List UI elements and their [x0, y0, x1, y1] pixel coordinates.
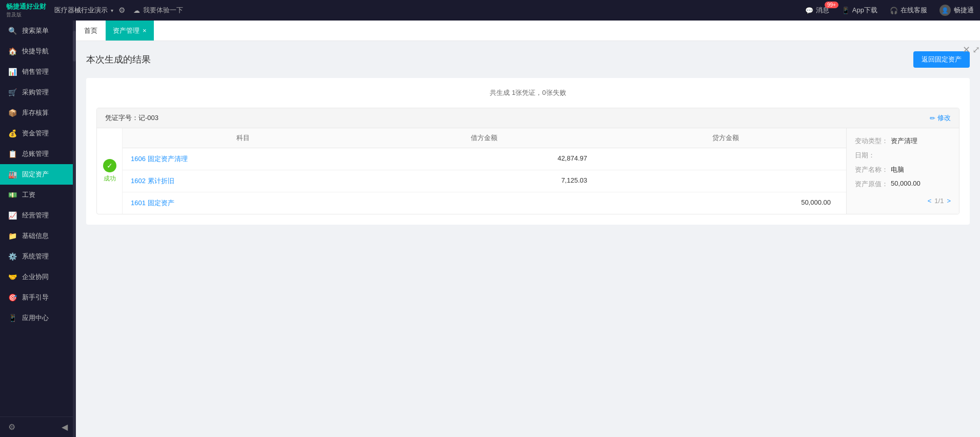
dropdown-arrow-icon: ▾ [111, 8, 113, 13]
avatar: 👤 [939, 5, 951, 16]
sidebar-item-basic-info[interactable]: 📁 基础信息 [0, 226, 76, 246]
side-change-type: 变动类型： 资产清理 [855, 136, 951, 146]
company-selector[interactable]: 医疗器械行业演示 ▾ ⚙ [54, 6, 125, 15]
side-asset-value: 资产原值： 50,000.00 [855, 180, 951, 189]
panel-top-controls: ✕ ⤢ [963, 45, 980, 54]
pagination-info: 1/1 [934, 197, 944, 205]
sidebar-item-search[interactable]: 🔍 搜索菜单 [0, 21, 76, 41]
sidebar-item-business[interactable]: 📈 经营管理 [0, 205, 76, 226]
message-btn[interactable]: 💬 消息 99+ [805, 6, 829, 15]
debit-cell-2: 7,125.03 [359, 170, 603, 192]
credit-cell-1 [603, 148, 846, 170]
edit-button[interactable]: ✏ 修改 [930, 113, 951, 123]
guide-icon: 🎯 [8, 293, 17, 302]
sidebar-item-label: 应用中心 [22, 313, 49, 323]
sidebar-item-app-center[interactable]: 📱 应用中心 [0, 308, 76, 328]
date-label: 日期： [855, 151, 891, 160]
tab-asset-management[interactable]: 资产管理 × [106, 21, 154, 41]
voucher-header: 凭证字号：记-003 ✏ 修改 [97, 108, 959, 128]
success-label: 成功 [104, 174, 116, 183]
return-button[interactable]: 返回固定资产 [913, 51, 970, 68]
asset-name-label: 资产名称： [855, 165, 891, 174]
payroll-icon: 💵 [8, 191, 17, 199]
basic-info-icon: 📁 [8, 232, 17, 240]
message-badge: 99+ [825, 2, 838, 8]
asset-value-value: 50,000.00 [891, 180, 921, 189]
sidebar-item-sales[interactable]: 📊 销售管理 [0, 62, 76, 82]
close-panel-btn[interactable]: ✕ [963, 45, 970, 54]
collapse-icon[interactable]: ◀ [62, 422, 68, 432]
username: 畅捷通 [954, 6, 974, 15]
ledger-icon: 📋 [8, 150, 17, 158]
sidebar-item-finance[interactable]: 💰 资金管理 [0, 123, 76, 144]
debit-cell-3 [359, 192, 603, 214]
debit-cell-1: 42,874.97 [359, 148, 603, 170]
side-pagination: < 1/1 > [855, 197, 951, 205]
app-icon: 📱 [842, 7, 850, 14]
app-download-btn[interactable]: 📱 App下载 [842, 6, 877, 15]
subject-cell-1: 1606 固定资产清理 [123, 148, 359, 170]
change-type-value: 资产清理 [891, 136, 917, 146]
voucher-body: ✓ 成功 科目 借方金额 贷方金额 [97, 128, 959, 214]
sidebar-item-label: 库存核算 [22, 108, 49, 117]
voucher-card: 凭证字号：记-003 ✏ 修改 ✓ 成功 [96, 108, 959, 214]
sidebar-item-label: 总账管理 [22, 149, 49, 158]
sidebar-item-payroll[interactable]: 💵 工资 [0, 185, 76, 205]
credit-cell-2 [603, 170, 846, 192]
voucher-side-panel: 变动类型： 资产清理 日期： 资产名称： 电脑 [846, 128, 959, 214]
expand-panel-btn[interactable]: ⤢ [972, 45, 980, 54]
page-title-row: 本次生成的结果 返回固定资产 [86, 51, 970, 68]
sidebar-item-purchase[interactable]: 🛒 采购管理 [0, 82, 76, 103]
sidebar-bottom: ⚙ ◀ [0, 416, 76, 437]
system-icon: ⚙️ [8, 252, 17, 261]
fixed-assets-icon: 🏭 [8, 170, 17, 178]
finance-icon: 💰 [8, 129, 17, 137]
app-download-label: App下载 [852, 6, 877, 15]
credit-cell-3: 50,000.00 [603, 192, 846, 214]
sidebar-item-label: 工资 [22, 190, 35, 200]
app-center-icon: 📱 [8, 314, 17, 322]
sidebar-item-inventory[interactable]: 📦 库存核算 [0, 103, 76, 123]
settings-icon[interactable]: ⚙ [118, 6, 125, 15]
online-service-label: 在线客服 [901, 6, 927, 15]
next-page-btn[interactable]: > [947, 197, 951, 205]
sidebar-item-fixed-assets[interactable]: 🏭 固定资产 [0, 164, 76, 185]
tab-home[interactable]: 首页 [76, 21, 106, 41]
side-date: 日期： [855, 151, 951, 160]
sidebar-item-cooperation[interactable]: 🤝 企业协同 [0, 267, 76, 287]
headset-icon: 🎧 [890, 7, 898, 14]
message-icon: 💬 [805, 7, 813, 14]
edit-icon: ✏ [930, 114, 935, 122]
asset-name-value: 电脑 [891, 165, 904, 174]
prev-page-btn[interactable]: < [928, 197, 932, 205]
experience-btn[interactable]: ☁ 我要体验一下 [133, 6, 183, 15]
tab-close-icon[interactable]: × [143, 27, 147, 34]
sidebar-item-system[interactable]: ⚙️ 系统管理 [0, 246, 76, 267]
cloud-icon: ☁ [133, 7, 140, 14]
col-header-debit: 借方金额 [364, 128, 605, 148]
experience-label: 我要体验一下 [143, 6, 183, 15]
sidebar-item-label: 系统管理 [22, 252, 49, 261]
business-icon: 📈 [8, 211, 17, 220]
side-asset-name: 资产名称： 电脑 [855, 165, 951, 174]
voucher-number: 凭证字号：记-003 [105, 113, 158, 123]
success-icon: ✓ [103, 159, 116, 172]
sidebar-item-ledger[interactable]: 📋 总账管理 [0, 144, 76, 164]
sales-icon: 📊 [8, 68, 17, 76]
sidebar-item-quick-nav[interactable]: 🏠 快捷导航 [0, 41, 76, 62]
subject-cell-3: 1601 固定资产 [123, 192, 359, 214]
user-area[interactable]: 👤 畅捷通 [939, 5, 974, 16]
sidebar-item-guide[interactable]: 🎯 新手引导 [0, 287, 76, 308]
tab-label: 资产管理 [113, 26, 139, 35]
purchase-icon: 🛒 [8, 88, 17, 96]
table-row: 1602 累计折旧 7,125.03 [123, 170, 846, 192]
sidebar-item-label: 资金管理 [22, 129, 49, 138]
sidebar-item-label: 企业协同 [22, 272, 49, 282]
company-name: 医疗器械行业演示 [54, 6, 108, 15]
online-service-btn[interactable]: 🎧 在线客服 [890, 6, 927, 15]
change-type-label: 变动类型： [855, 136, 891, 146]
sidebar-item-label: 销售管理 [22, 67, 49, 76]
sidebar-item-label: 快捷导航 [22, 47, 49, 56]
settings-bottom-icon[interactable]: ⚙ [8, 422, 15, 432]
col-header-credit: 贷方金额 [605, 128, 846, 148]
